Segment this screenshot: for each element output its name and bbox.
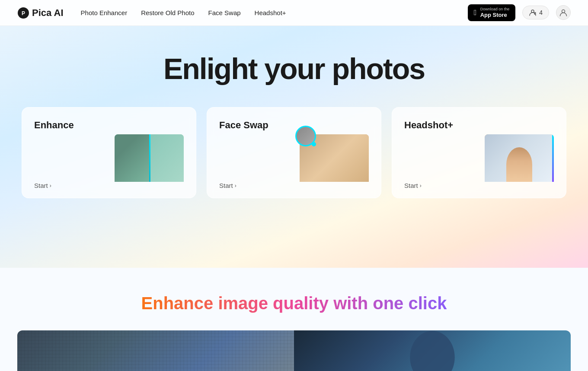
- enhanced-half: Enhance: [294, 330, 571, 371]
- headshot-card[interactable]: Headshot+ Start ›: [392, 107, 566, 198]
- svg-point-9: [410, 331, 455, 371]
- enhance-card-image: [34, 134, 184, 182]
- navbar: P Pica AI Photo Enhancer Restore Old Pho…: [0, 0, 588, 26]
- navbar-right:  Download on the App Store 4: [468, 4, 571, 21]
- navbar-left: P Pica AI Photo Enhancer Restore Old Pho…: [17, 7, 286, 19]
- headshot-start-label: Start: [404, 182, 418, 189]
- headshot-figure: [506, 147, 532, 182]
- credits-button[interactable]: 4: [522, 6, 549, 19]
- face-swap-card[interactable]: Face Swap Start ›: [207, 107, 381, 198]
- cards-row: Enhance Start › Face Swap: [22, 107, 566, 198]
- hero-title: Enlight your photos: [17, 52, 571, 86]
- nav-links: Photo Enhancer Restore Old Photo Face Sw…: [81, 9, 286, 16]
- hero-section: Enlight your photos Enhance Start › Face…: [0, 26, 588, 268]
- app-store-sub: Download on the: [480, 7, 510, 12]
- enhance-title-gradient: Enhance image quality with one click: [141, 294, 447, 313]
- original-silhouette: [17, 330, 294, 371]
- faceswap-preview-image: [300, 134, 369, 182]
- credits-icon: [529, 9, 537, 16]
- face-swap-card-title: Face Swap: [219, 120, 369, 131]
- face-swap-start-label: Start: [219, 182, 233, 189]
- nav-link-headshot-plus[interactable]: Headshot+: [255, 9, 286, 16]
- enhance-section-title: Enhance image quality with one click: [17, 294, 571, 313]
- enhance-card[interactable]: Enhance Start ›: [22, 107, 196, 198]
- comparison-bar: Original Enhance: [17, 330, 571, 371]
- headshot-card-image: [404, 134, 554, 182]
- original-half: Original: [17, 330, 294, 371]
- enhance-card-title: Enhance: [34, 120, 184, 131]
- enhance-face-left: [115, 134, 149, 182]
- headshot-start-link[interactable]: Start ›: [404, 182, 554, 198]
- enhance-quality-section: Enhance image quality with one click O: [0, 268, 588, 371]
- user-icon: [559, 9, 567, 16]
- enhance-preview-image: [115, 134, 184, 182]
- headshot-card-title: Headshot+: [404, 120, 554, 131]
- nav-link-restore-old-photo[interactable]: Restore Old Photo: [141, 9, 194, 16]
- enhance-start-arrow: ›: [50, 183, 51, 189]
- app-store-main: App Store: [480, 12, 510, 19]
- headshot-start-arrow: ›: [420, 183, 422, 189]
- face-swap-start-arrow: ›: [235, 183, 236, 189]
- svg-text:P: P: [22, 10, 25, 16]
- enhanced-silhouette: [294, 330, 571, 371]
- app-store-button[interactable]:  Download on the App Store: [468, 4, 515, 21]
- logo-icon: P: [17, 7, 29, 19]
- headshot-preview-image: [485, 134, 554, 182]
- nav-link-face-swap[interactable]: Face Swap: [208, 9, 241, 16]
- svg-point-2: [531, 10, 534, 13]
- credits-count: 4: [539, 9, 543, 16]
- logo[interactable]: P Pica AI: [17, 7, 64, 19]
- enhance-start-label: Start: [34, 182, 48, 189]
- face-swap-card-image: [219, 134, 369, 182]
- faceswap-dot: [312, 142, 316, 146]
- logo-text: Pica AI: [32, 7, 64, 19]
- svg-point-6: [562, 10, 565, 13]
- app-store-text: Download on the App Store: [480, 7, 510, 18]
- apple-icon: : [474, 8, 477, 17]
- svg-point-7: [133, 331, 178, 371]
- nav-link-photo-enhancer[interactable]: Photo Enhancer: [81, 9, 128, 16]
- user-button[interactable]: [556, 5, 571, 20]
- enhance-face-right: [149, 134, 184, 182]
- enhance-start-link[interactable]: Start ›: [34, 182, 184, 198]
- face-swap-start-link[interactable]: Start ›: [219, 182, 369, 198]
